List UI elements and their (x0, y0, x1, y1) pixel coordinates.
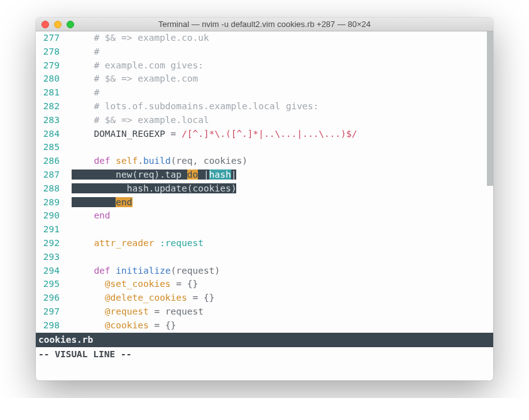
statusline: cookies.rb (36, 333, 493, 347)
regex-literal: /[^.]*\.([^.]*|..\...|...\...)$/ (182, 129, 357, 139)
close-icon[interactable] (41, 21, 49, 28)
method-name: build (143, 156, 171, 166)
keyword-end: end (94, 210, 110, 220)
indent (61, 156, 94, 166)
line-number: 297 (36, 305, 61, 319)
code-line: 292 attr_reader :request (36, 237, 493, 250)
code-line: 283 # $& => example.local (36, 114, 493, 127)
line-number: 283 (36, 114, 61, 127)
line-number: 298 (36, 319, 61, 333)
comment-text: # (61, 46, 99, 57)
line-number: 281 (36, 86, 61, 100)
line-number: 282 (36, 100, 61, 114)
code-line: 277 # $& => example.co.uk (36, 31, 493, 45)
zoom-icon[interactable] (67, 21, 74, 28)
line-number: 285 (36, 141, 61, 154)
operator: = (165, 129, 182, 139)
code-line: 280 # $& => example.com (36, 72, 493, 86)
line-number: 294 (36, 264, 61, 278)
titlebar[interactable]: Terminal — nvim -u default2.vim cookies.… (36, 18, 493, 31)
code-line: 279 # example.com gives: (36, 59, 493, 73)
method-name: initialize (116, 266, 170, 276)
window-title: Terminal — nvim -u default2.vim cookies.… (36, 19, 493, 29)
mode-text: -- VISUAL LINE -- (38, 349, 131, 359)
code-line: 298 @cookies = {} (36, 319, 493, 333)
code-line: 295 @set_cookies = {} (36, 277, 493, 291)
code-line: 284 DOMAIN_REGEXP = /[^.]*\.([^.]*|..\..… (36, 127, 493, 141)
selected-code: hash.update(cookies) (72, 183, 236, 193)
code-line: 278 # (36, 45, 493, 59)
code-line: 290 end (36, 209, 493, 223)
line-number: 277 (36, 31, 61, 45)
code-line: 285 (36, 141, 493, 154)
line-number: 278 (36, 45, 61, 59)
keyword-self: self (116, 156, 138, 166)
comment-text: # $& => example.local (61, 115, 209, 125)
indent (61, 129, 94, 139)
line-number: 291 (36, 223, 61, 237)
line-number: 289 (36, 196, 61, 210)
comment-text: # $& => example.co.uk (61, 33, 209, 43)
keyword-def: def (94, 156, 110, 166)
editor-viewport[interactable]: 277 # $& => example.co.uk 278 # 279 # ex… (36, 31, 493, 380)
cursor: e (116, 197, 121, 207)
keyword-def: def (94, 266, 110, 276)
code-line: 282 # lots.of.subdomains.example.local g… (36, 100, 493, 114)
code-line: 281 # (36, 86, 493, 100)
selected-code: new(req).tap (72, 170, 187, 180)
traffic-lights (36, 21, 74, 28)
keyword-end-hl: nd (121, 197, 132, 207)
line-number: 293 (36, 250, 61, 264)
comment-text: # $& => example.com (61, 73, 198, 83)
line-number: 286 (36, 154, 61, 168)
line-number: 292 (36, 237, 61, 250)
line-number: 279 (36, 59, 61, 73)
code-line: 296 @delete_cookies = {} (36, 291, 493, 305)
minimize-icon[interactable] (54, 21, 62, 28)
code-line: 294 def initialize(request) (36, 264, 493, 278)
comment-text: # example.com gives: (61, 60, 204, 70)
params: (request) (171, 266, 221, 276)
keyword-do: do (187, 170, 198, 180)
line-number: 280 (36, 72, 61, 86)
ivar: @request (105, 306, 149, 316)
code-line: 293 (36, 250, 493, 264)
line-number: 287 (36, 168, 61, 182)
comment-text: # (61, 87, 99, 97)
code-line-selected: 289 end (36, 196, 493, 210)
buffer-name: cookies.rb (38, 335, 93, 345)
ivar: @set_cookies (105, 279, 171, 289)
line-number: 288 (36, 182, 61, 196)
code-line: 286 def self.build(req, cookies) (36, 154, 493, 168)
block-arg: hash (209, 170, 231, 180)
code-line: 297 @request = request (36, 305, 493, 319)
ivar: @cookies (105, 320, 149, 330)
code-line-selected: 287 new(req).tap do |hash| (36, 168, 493, 182)
code-line: 291 (36, 223, 493, 237)
line-number: 295 (36, 277, 61, 291)
code-line-selected: 288 hash.update(cookies) (36, 182, 493, 196)
symbol: :request (160, 238, 204, 248)
params: (req, cookies) (171, 156, 248, 166)
terminal-window: Terminal — nvim -u default2.vim cookies.… (36, 18, 493, 380)
constant-name: DOMAIN_REGEXP (94, 129, 165, 139)
comment-text: # lots.of.subdomains.example.local gives… (61, 101, 319, 111)
ivar: @delete_cookies (105, 293, 187, 303)
mode-indicator: -- VISUAL LINE -- (36, 347, 493, 361)
attr-reader: attr_reader (94, 238, 154, 248)
line-number: 284 (36, 127, 61, 141)
line-number: 290 (36, 209, 61, 223)
line-number: 296 (36, 291, 61, 305)
